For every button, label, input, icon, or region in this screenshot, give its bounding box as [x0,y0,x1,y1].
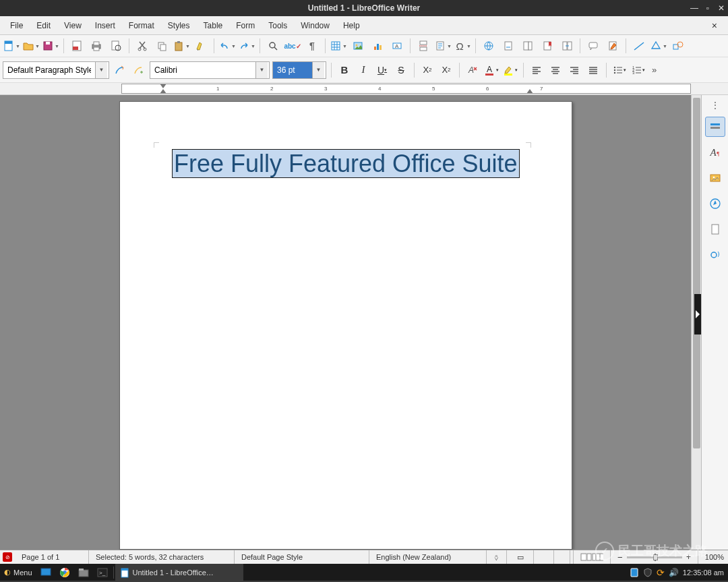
properties-panel-icon[interactable] [705,117,725,137]
menu-table[interactable]: Table [197,18,230,33]
menu-file[interactable]: File [3,18,30,33]
tray-document-icon[interactable] [630,568,639,577]
bullet-list-button[interactable]: ▾ [611,61,628,79]
language[interactable]: English (New Zealand) [369,550,487,564]
chrome-taskbar-icon[interactable] [55,564,74,581]
find-replace-button[interactable] [264,37,282,55]
document-modified-icon[interactable] [534,550,554,564]
new-style-button[interactable] [131,61,147,79]
scrollbar-thumb[interactable] [693,98,700,448]
sidebar-settings-icon[interactable]: ⋮ [705,99,725,111]
font-name-input[interactable] [150,62,255,78]
align-left-button[interactable] [528,61,545,79]
page-style[interactable]: Default Page Style [235,550,369,564]
track-changes-button[interactable] [604,37,621,55]
insert-cross-reference-button[interactable] [558,37,576,55]
menu-edit[interactable]: Edit [30,18,57,33]
insert-comment-button[interactable] [584,37,602,55]
autosave-icon[interactable]: ⊘ [3,552,12,562]
tray-update-icon[interactable]: ⟳ [657,567,665,578]
save-button[interactable]: ▼ [42,37,59,55]
paragraph-style-dropdown-button[interactable]: ▼ [95,62,107,78]
start-menu-button[interactable]: ◐Menu [0,564,36,581]
gallery-panel-icon[interactable] [705,168,725,188]
tray-shield-icon[interactable] [643,568,653,577]
undo-button[interactable]: ▼ [218,37,236,55]
left-indent-marker[interactable] [160,89,166,94]
menu-view[interactable]: View [57,18,88,33]
insert-field-button[interactable]: ▼ [434,37,452,55]
font-size-input[interactable] [273,62,312,78]
bold-button[interactable]: B [336,61,353,79]
selected-text[interactable]: Free Fully Featured Office Suite [172,149,520,178]
insert-chart-button[interactable] [369,37,386,55]
insert-bookmark-button[interactable] [539,37,556,55]
insert-hyperlink-button[interactable] [480,37,497,55]
navigator-panel-icon[interactable] [705,194,725,214]
insert-textbox-button[interactable]: A [388,37,406,55]
active-window-taskbar-button[interactable]: Untitled 1 - LibreOffice… [115,564,243,581]
font-name-dropdown-button[interactable]: ▼ [255,62,268,78]
insert-endnote-button[interactable] [519,37,537,55]
toolbar-overflow-button[interactable]: » [649,65,657,75]
redo-button[interactable]: ▼ [238,37,255,55]
insert-image-button[interactable] [349,37,367,55]
menu-form[interactable]: Form [229,18,262,33]
update-style-button[interactable] [112,61,128,79]
justify-button[interactable] [585,61,601,79]
open-button[interactable]: ▼ [22,37,40,55]
word-count[interactable]: Selected: 5 words, 32 characters [89,550,235,564]
underline-button[interactable]: U▾ [374,61,390,79]
insert-table-button[interactable]: ▼ [330,37,347,55]
insert-symbol-button[interactable]: Ω▼ [454,37,471,55]
sidebar-collapse-grip[interactable] [694,294,701,334]
paste-button[interactable]: ▼ [173,37,190,55]
close-document-button[interactable]: × [705,18,724,34]
zoom-slider[interactable]: − + [611,550,698,564]
clear-formatting-button[interactable]: A [464,61,481,79]
files-taskbar-icon[interactable] [74,564,93,581]
view-layout-buttons[interactable] [573,550,611,564]
font-size-combo[interactable]: ▼ [272,61,326,79]
paragraph-style-combo[interactable]: ▼ [3,61,109,79]
numbered-list-button[interactable]: 123▾ [630,61,646,79]
maximize-button[interactable]: ▫ [701,1,715,15]
print-preview-button[interactable] [107,37,125,55]
show-desktop-button[interactable] [36,564,55,581]
insert-line-button[interactable] [630,37,648,55]
font-name-combo[interactable]: ▼ [150,61,270,79]
superscript-button[interactable]: X2 [419,61,435,79]
clone-formatting-button[interactable] [192,37,210,55]
selection-mode[interactable]: ▭ [507,550,534,564]
menu-insert[interactable]: Insert [88,18,122,33]
document-viewport[interactable]: Free Fully Featured Office Suite [0,95,691,550]
menu-styles[interactable]: Styles [161,18,197,33]
close-button[interactable]: ✕ [715,1,728,15]
document-page[interactable]: Free Fully Featured Office Suite [119,101,572,550]
style-inspector-panel-icon[interactable] [705,245,725,265]
right-indent-marker[interactable] [526,89,533,94]
export-pdf-button[interactable] [68,37,86,55]
basic-shapes-button[interactable]: ▼ [650,37,667,55]
menu-format[interactable]: Format [122,18,161,33]
paragraph-style-input[interactable] [3,62,95,78]
minimize-button[interactable]: — [688,1,701,15]
print-button[interactable] [88,37,105,55]
insert-page-break-button[interactable] [415,37,432,55]
first-line-indent-marker[interactable] [160,84,166,88]
font-size-dropdown-button[interactable]: ▼ [312,62,324,78]
new-button[interactable]: ▼ [3,37,20,55]
align-right-button[interactable] [566,61,582,79]
horizontal-ruler[interactable]: 1 2 3 4 5 6 7 [0,83,728,95]
spellcheck-button[interactable]: abc✓ [284,37,301,55]
page-number[interactable]: Page 1 of 1 [15,550,89,564]
menu-help[interactable]: Help [336,18,367,33]
subscript-button[interactable]: X2 [438,61,454,79]
terminal-taskbar-icon[interactable]: >_ [93,564,112,581]
styles-panel-icon[interactable]: A¶ [705,142,725,163]
taskbar-clock[interactable]: 12:35:08 am [683,569,724,577]
page-panel-icon[interactable] [705,219,725,239]
menu-tools[interactable]: Tools [262,18,294,33]
formatting-marks-button[interactable]: ¶ [303,37,321,55]
menu-window[interactable]: Window [294,18,336,33]
